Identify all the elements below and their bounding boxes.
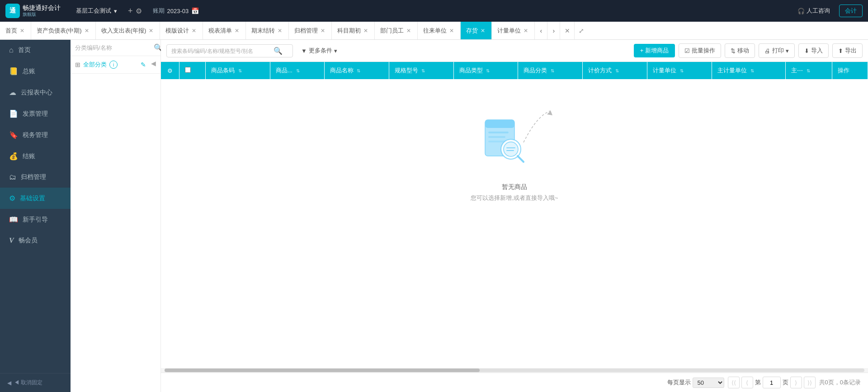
first-page-button[interactable]: ⟨⟨ (728, 377, 740, 388)
col-barcode[interactable]: 商品条码 ⇅ (206, 62, 270, 79)
batch-icon: ☑ (684, 47, 690, 54)
col-pricing[interactable]: 计价方式 ⇅ (583, 62, 647, 79)
col-category[interactable]: 商品分类 ⇅ (518, 62, 583, 79)
filter-icon: ▼ (301, 47, 307, 54)
export-button[interactable]: ⬆ 导出 (832, 43, 863, 58)
page-input[interactable] (763, 377, 781, 388)
sidebar-item-invoice[interactable]: 📄 发票管理 (0, 103, 71, 124)
col-unit[interactable]: 计量单位 ⇅ (647, 62, 712, 79)
sidebar-item-settings[interactable]: ⚙ 基础设置 (0, 188, 71, 209)
product-search-input[interactable] (171, 47, 271, 54)
consult-button[interactable]: 🎧 人工咨询 (794, 5, 834, 17)
tab-close-contacts[interactable]: ✕ (448, 28, 455, 34)
next-page-button[interactable]: ⟩ (790, 377, 802, 388)
settings-button[interactable]: ⚙ (136, 7, 142, 15)
tab-tax-list[interactable]: 税表清单 ✕ (203, 22, 246, 39)
sidebar-item-home[interactable]: ⌂ 首页 (0, 40, 71, 61)
tab-contacts[interactable]: 往来单位 ✕ (418, 22, 461, 39)
tab-close-income[interactable]: ✕ (148, 28, 154, 34)
content-area: 🔍 ⊞ 全部分类 i ✎ ◀ (71, 40, 868, 392)
category-collapse-button[interactable]: ◀ (151, 60, 156, 70)
col-checkbox[interactable] (179, 62, 206, 79)
account-button[interactable]: 会计 (839, 5, 863, 17)
print-button[interactable]: 🖨 打印 ▾ (759, 43, 795, 58)
tab-income-statement[interactable]: 收入支出表(年报) ✕ (96, 22, 160, 39)
main-layout: ⌂ 首页 📒 总账 ☁ 云报表中心 📄 发票管理 🔖 税务管理 💰 结账 🗂 归… (0, 40, 868, 392)
tab-close-tax[interactable]: ✕ (234, 28, 240, 34)
category-search-box: 🔍 (71, 40, 160, 56)
import-icon: ⬇ (804, 47, 809, 54)
search-bar: 🔍 (166, 44, 293, 57)
col-code[interactable]: 商品... ⇅ (270, 62, 325, 79)
product-table: ⚙ 商品条码 ⇅ 商品... ⇅ 商品名称 ⇅ 规格型号 ⇅ 商品类型 ⇅ 商品… (161, 62, 868, 79)
select-all-checkbox[interactable] (185, 67, 191, 73)
col-main-unit[interactable]: 主计量单位 ⇅ (712, 62, 786, 79)
scrollbar-thumb[interactable] (165, 368, 480, 372)
tab-close-archive[interactable]: ✕ (320, 28, 326, 34)
last-page-button[interactable]: ⟩⟩ (804, 377, 816, 388)
sidebar-item-cloud-report[interactable]: ☁ 云报表中心 (0, 82, 71, 103)
sidebar-item-guide[interactable]: 📖 新手引导 (0, 209, 71, 230)
add-tab-button[interactable]: + (128, 6, 133, 16)
sidebar-item-ledger[interactable]: 📒 总账 (0, 61, 71, 82)
tab-close-unit[interactable]: ✕ (523, 28, 529, 34)
table-header: ⚙ 商品条码 ⇅ 商品... ⇅ 商品名称 ⇅ 规格型号 ⇅ 商品类型 ⇅ 商品… (161, 62, 868, 79)
calendar-icon[interactable]: 📅 (191, 7, 199, 14)
sidebar-label-home: 首页 (18, 46, 31, 54)
sidebar-collapse-button[interactable]: ◀ ◀ 取消固定 (0, 373, 71, 392)
archive-icon: 🗂 (9, 173, 16, 181)
tab-close-dept[interactable]: ✕ (406, 28, 412, 34)
page-nav: ⟨⟨ ⟨ 第 页 ⟩ ⟩⟩ (728, 377, 816, 388)
batch-operation-button[interactable]: ☑ 批量操作 (679, 43, 721, 58)
col-spec[interactable]: 规格型号 ⇅ (389, 62, 453, 79)
tab-close-all[interactable]: ✕ (560, 22, 575, 39)
category-search-input[interactable] (75, 44, 151, 51)
company-selector[interactable]: 基层工会测试 ▾ (72, 5, 121, 17)
page-size-dropdown[interactable]: 50 10 20 100 (693, 378, 724, 388)
tab-nav-next[interactable]: › (547, 22, 560, 39)
category-edit-button[interactable]: ✎ (138, 60, 148, 70)
checkout-icon: 💰 (9, 152, 18, 161)
sidebar-item-checkout[interactable]: 💰 结账 (0, 146, 71, 167)
sidebar-item-tax[interactable]: 🔖 税务管理 (0, 124, 71, 146)
ledger-icon: 📒 (9, 67, 18, 76)
tab-close-subject[interactable]: ✕ (363, 28, 369, 34)
tab-subject-init[interactable]: 科目期初 ✕ (332, 22, 375, 39)
page-label-suffix: 页 (783, 378, 788, 387)
horizontal-scrollbar[interactable] (161, 368, 868, 373)
col-name[interactable]: 商品名称 ⇅ (324, 62, 389, 79)
period-label: 账期 (153, 7, 165, 15)
sidebar-item-vip[interactable]: V 畅会员 (0, 230, 71, 251)
tab-expand[interactable]: ⤢ (575, 22, 588, 39)
edit-icon: ✎ (141, 61, 146, 68)
add-product-button[interactable]: + 新增商品 (634, 44, 675, 57)
tab-period-end[interactable]: 期末结转 ✕ (246, 22, 289, 39)
tab-template-design[interactable]: 模版设计 ✕ (160, 22, 203, 39)
tab-balance-sheet[interactable]: 资产负债表(中期) ✕ (31, 22, 96, 39)
tab-home[interactable]: 首页 ✕ (0, 22, 31, 39)
print-icon: 🖨 (764, 47, 770, 54)
tab-department[interactable]: 部门员工 ✕ (375, 22, 418, 39)
filter-button[interactable]: ▼ 更多条件 ▾ (297, 45, 342, 57)
sidebar-item-archive[interactable]: 🗂 归档管理 (0, 167, 71, 188)
col-main-extra[interactable]: 主⋯ ⇅ (786, 62, 832, 79)
col-settings[interactable]: ⚙ (161, 62, 179, 79)
tab-unit[interactable]: 计量单位 ✕ (492, 22, 535, 39)
settings-icon: ⚙ (9, 194, 15, 203)
tab-close-period[interactable]: ✕ (277, 28, 283, 34)
prev-page-button[interactable]: ⟨ (741, 377, 753, 388)
move-button[interactable]: ⇅ 移动 (725, 43, 755, 58)
total-info: 共0页，0条记录 (819, 378, 861, 387)
import-button[interactable]: ⬇ 导入 (798, 43, 829, 58)
tab-close-template[interactable]: ✕ (191, 28, 197, 34)
tab-close-balance[interactable]: ✕ (84, 28, 90, 34)
tab-close-home[interactable]: ✕ (19, 28, 25, 34)
svg-line-7 (518, 156, 524, 162)
app-edition: 旗舰版 (23, 11, 61, 18)
col-type[interactable]: 商品类型 ⇅ (453, 62, 518, 79)
tab-archive[interactable]: 归档管理 ✕ (289, 22, 332, 39)
svg-rect-3 (488, 136, 505, 138)
tab-nav-prev[interactable]: ‹ (535, 22, 547, 39)
tab-close-inventory[interactable]: ✕ (480, 28, 486, 34)
tab-inventory[interactable]: 存货 ✕ (461, 22, 492, 39)
